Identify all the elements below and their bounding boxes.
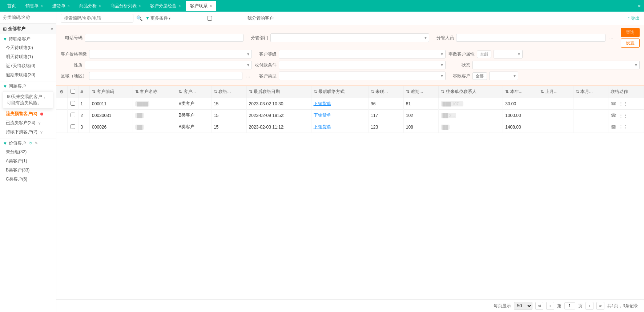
sidebar-item-declining[interactable]: 持续下滑客户(2) ? xyxy=(0,127,56,137)
action-more-icon[interactable]: ⋮⋮ xyxy=(619,101,628,106)
sidebar-search-input[interactable] xyxy=(3,15,56,20)
col-no-contact[interactable]: ⇅ 未联... xyxy=(369,86,404,98)
filter-customer-type-label: 客户类型 xyxy=(255,73,277,79)
col-type[interactable]: ⇅ 客户... xyxy=(176,86,212,98)
filter-region-ellipsis[interactable]: … xyxy=(245,73,252,78)
my-customers-checkbox[interactable] xyxy=(173,16,246,21)
filter-nature-select[interactable]: ▾ xyxy=(85,61,252,69)
tab-sales[interactable]: 销售单 × xyxy=(21,1,47,11)
tab-customer-contact[interactable]: 客户联系 × xyxy=(186,1,216,11)
col-name[interactable]: ⇅ 客户名称 xyxy=(133,86,176,98)
filter-retail-attr-tag[interactable]: 全部 xyxy=(477,50,491,58)
row-last-contact-method[interactable]: 下销货单 xyxy=(311,121,369,133)
row-checkbox-cell[interactable] xyxy=(67,110,78,121)
col-checkbox[interactable] xyxy=(67,86,78,98)
filter-customer-grade-select[interactable]: ▾ xyxy=(279,50,446,58)
tab-customer-tier[interactable]: 客户分层经营 × xyxy=(146,1,185,11)
row-last-contact-method[interactable]: 下销货单 xyxy=(311,98,369,110)
action-icons: ☎ ⋮⋮ xyxy=(611,113,641,118)
row-checkbox[interactable] xyxy=(71,101,75,106)
col-overdue[interactable]: ⇅ 逾期... xyxy=(403,86,439,98)
action-more-icon[interactable]: ⋮⋮ xyxy=(619,124,628,130)
page-first-button[interactable]: ⊲ xyxy=(535,302,543,310)
row-checkbox[interactable] xyxy=(71,124,75,129)
tab-sales-close[interactable]: × xyxy=(41,4,43,8)
row-type: B类客户 xyxy=(176,98,212,110)
tab-home[interactable]: 首页 xyxy=(3,1,20,11)
contact-method-link[interactable]: 下销货单 xyxy=(314,113,331,118)
more-conditions-button[interactable]: ▼ 更多条件 ▾ xyxy=(145,15,170,21)
row-checkbox-cell[interactable] xyxy=(67,98,78,110)
filter-retail-customer-tag[interactable]: 全部 xyxy=(472,72,487,80)
sidebar-7days-label: 近7天待联络(0) xyxy=(6,63,35,69)
select-all-checkbox[interactable] xyxy=(71,89,75,94)
sidebar-item-c-class[interactable]: C类客户(6) xyxy=(0,175,56,184)
row-checkbox[interactable] xyxy=(71,113,75,117)
section-pending-label[interactable]: ▼ 待联络客户 xyxy=(0,34,56,43)
sidebar-item-ungrouped[interactable]: 未分组(32) xyxy=(0,147,56,157)
value-refresh-icon[interactable]: ↻ xyxy=(29,141,32,146)
export-button[interactable]: ↑ 导出 xyxy=(628,15,640,21)
tab-customer-contact-close[interactable]: × xyxy=(210,4,212,8)
filter-manager-ellipsis[interactable]: … xyxy=(608,35,615,40)
row-last-contact-method[interactable]: 下销货单 xyxy=(311,110,369,121)
search-button[interactable]: 🔍 xyxy=(136,15,142,21)
sidebar-item-7days[interactable]: 近7天待联络(0) xyxy=(0,61,56,70)
tab-purchase-close[interactable]: × xyxy=(68,4,70,8)
col-last-month[interactable]: ⇅ 上月... xyxy=(538,86,573,98)
contact-method-link[interactable]: 下销货单 xyxy=(314,101,331,106)
sidebar-item-churn-warning[interactable]: 流失预警客户(3) xyxy=(0,109,56,118)
my-customers-checkbox-label[interactable]: 我分管的客户 xyxy=(173,15,274,21)
filter-phone-input[interactable] xyxy=(85,34,243,42)
col-last-contact-method[interactable]: ⇅ 最后联络方式 xyxy=(311,86,369,98)
filter-manager-input[interactable] xyxy=(456,34,605,42)
sidebar-item-a-class[interactable]: A类客户(1) xyxy=(0,157,56,166)
query-button[interactable]: 查询 xyxy=(621,28,640,37)
section-problem-label[interactable]: ▼ 问题客户 xyxy=(0,81,56,90)
tab-customer-tier-close[interactable]: × xyxy=(178,4,181,8)
tab-purchase[interactable]: 进货单 × xyxy=(48,1,74,11)
col-settings[interactable]: ⚙ xyxy=(56,86,67,98)
filter-payment-select[interactable]: ▾ xyxy=(279,61,446,69)
col-this-year[interactable]: ⇅ 本年... xyxy=(503,86,538,98)
tab-product-list[interactable]: 商品分析列表 × xyxy=(106,1,145,11)
page-prev-button[interactable]: ‹ xyxy=(546,302,554,310)
sidebar-item-b-class[interactable]: B类客户(33) xyxy=(0,166,56,175)
sidebar-item-overdue[interactable]: 逾期未联络(30) xyxy=(0,70,56,80)
settings-button[interactable]: 设置 xyxy=(621,39,640,48)
filter-status-select[interactable]: ▾ xyxy=(472,61,640,69)
filter-price-level-select[interactable]: ▾ xyxy=(89,50,252,58)
page-next-button[interactable]: › xyxy=(585,302,593,310)
search-input[interactable] xyxy=(61,14,133,23)
collapse-sidebar-icon[interactable]: « xyxy=(51,27,53,32)
page-input[interactable]: 1 xyxy=(564,302,575,309)
all-customers-header[interactable]: ⊞ 全部客户 « xyxy=(0,24,56,34)
filter-retail-attr-select[interactable]: ▾ xyxy=(494,50,523,58)
value-edit-icon[interactable]: ✎ xyxy=(35,141,38,146)
sidebar-item-churned[interactable]: 已流失客户(24) ? xyxy=(0,118,56,127)
filter-retail-customer-select[interactable]: ▾ xyxy=(489,72,518,80)
col-unit-contact[interactable]: ⇅ 往来单位联系人 xyxy=(439,86,503,98)
col-code[interactable]: ⇅ 客户编码 xyxy=(90,86,133,98)
per-page-select[interactable]: 50 100 200 xyxy=(514,302,532,310)
action-phone-icon[interactable]: ☎ xyxy=(611,124,616,130)
tab-product-analysis[interactable]: 商品分析 × xyxy=(75,1,105,11)
section-value-label[interactable]: ▼ 价值客户 ↻ ✎ xyxy=(0,138,56,147)
page-last-button[interactable]: ⊳ xyxy=(596,302,604,310)
tab-product-analysis-close[interactable]: × xyxy=(99,4,101,8)
sidebar-item-today[interactable]: 今天待联络(0) xyxy=(0,43,56,52)
action-phone-icon[interactable]: ☎ xyxy=(611,101,616,106)
col-last-contact-date[interactable]: ⇅ 最后联络日期 xyxy=(246,86,311,98)
filter-customer-type-select[interactable]: ▾ xyxy=(279,72,446,80)
filter-dept-select[interactable]: ▾ xyxy=(270,33,429,42)
contact-method-link[interactable]: 下销货单 xyxy=(314,124,331,129)
action-phone-icon[interactable]: ☎ xyxy=(611,113,616,118)
close-all-button[interactable]: ✕ xyxy=(637,3,641,9)
tab-product-list-close[interactable]: × xyxy=(139,4,141,8)
col-contact[interactable]: ⇅ 联络... xyxy=(211,86,246,98)
row-checkbox-cell[interactable] xyxy=(67,121,78,133)
col-this-month[interactable]: ⇅ 本月... xyxy=(573,86,608,98)
action-more-icon[interactable]: ⋮⋮ xyxy=(619,113,628,118)
sidebar-item-tomorrow[interactable]: 明天待联络(1) xyxy=(0,52,56,61)
filter-region-input[interactable] xyxy=(89,72,242,80)
